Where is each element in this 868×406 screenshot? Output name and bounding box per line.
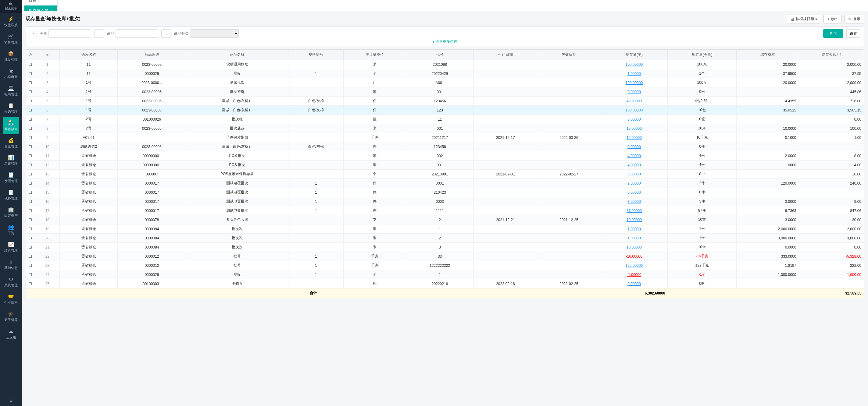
content-area: 现存量查询(按仓库+批次) 🖨 按模板打印 ▾ ↑ 导出 👁 显示 xyxy=(22,11,868,406)
cell-spec: 1 xyxy=(288,197,344,206)
filter-settings-button[interactable]: 设置 xyxy=(846,29,860,38)
cell-name: 鲜肉A xyxy=(186,279,288,289)
cell-seq: 4 xyxy=(35,88,60,97)
product-ellipsis[interactable]: ... xyxy=(161,29,171,38)
cell-prod_date: 2022-02-16 xyxy=(474,279,537,289)
cell-unit: 个 xyxy=(344,69,406,78)
cell-qty_main[interactable]: 0.00000 xyxy=(600,279,668,289)
cell-qty_main[interactable]: 49.60000 xyxy=(600,97,668,106)
cell-batch: 2 xyxy=(406,234,473,243)
sidebar-item-inventory-mgmt[interactable]: 🏪库存核查 xyxy=(3,117,19,134)
col-qty_main: 现存量(主) xyxy=(600,49,668,60)
sidebar-item-ops[interactable]: 📈经营管理 xyxy=(3,238,19,256)
sidebar-item-purchase[interactable]: 📋采购管理 xyxy=(3,100,19,117)
cell-batch: 20210901 xyxy=(406,170,473,179)
quick-nav-icon: ⚡ xyxy=(8,16,14,22)
category-select[interactable] xyxy=(190,29,239,38)
tab-home[interactable]: 首页 xyxy=(24,0,58,5)
cell-qty_main[interactable]: 0.00000 xyxy=(600,170,668,179)
sidebar-item-hr[interactable]: 👥工资 xyxy=(3,221,19,238)
cell-qty_main[interactable]: 122.00000 xyxy=(600,261,668,270)
cell-qty_main[interactable]: 100.00000 xyxy=(600,60,668,69)
cell-qty_main[interactable]: 10.00000 xyxy=(600,133,668,142)
sidebar-item-basic-info[interactable]: ℹ基础信息 xyxy=(3,256,19,273)
cell-qty_store: 10米 xyxy=(668,124,737,133)
show-button[interactable]: 👁 显示 xyxy=(844,14,864,24)
cell-unit: 米 xyxy=(344,151,406,161)
expand-conditions-btn[interactable]: ▾ 展开更多条件 xyxy=(433,39,457,44)
cell-qty_main[interactable]: 4.00000 xyxy=(600,161,668,170)
export-button[interactable]: ↑ 导出 xyxy=(824,14,842,24)
sidebar-item-mini-ecom[interactable]: 🛍小幸电商 xyxy=(3,65,19,82)
cell-spec xyxy=(288,88,344,97)
cell-qty_main[interactable]: -16.00000 xyxy=(600,252,668,261)
cell-seq: 16 xyxy=(35,197,60,206)
table-row: ☐61号0023-00008富诚（白色/灰棉）白色/灰棉件123100.0000… xyxy=(26,106,864,115)
sidebar-item-label: 快捷导航 xyxy=(4,23,18,27)
sidebar-item-fixed-asset[interactable]: 🏢固定资产 xyxy=(3,204,19,221)
sidebar-settings[interactable]: ⚙ xyxy=(0,396,22,406)
cell-qty_main[interactable]: 0.00000 xyxy=(600,142,668,151)
table-row: ☐16晋省粮仓0000017测试电覆批次1件00033.000003件3.000… xyxy=(26,197,864,206)
sidebar-item-label: 零售管理 xyxy=(4,40,18,45)
warehouse-ellipsis[interactable]: ... xyxy=(94,29,104,38)
sidebar-item-sys-mgmt[interactable]: ⚙系统管理 xyxy=(3,273,19,291)
cell-total_cost: 37.95 xyxy=(799,69,864,78)
sidebar-item-wholesale[interactable]: 📦批发管理 xyxy=(3,48,19,65)
cell-qty_main[interactable]: 0.00000 xyxy=(600,115,668,124)
cell-total_cost: 3,000.00 xyxy=(799,234,864,243)
cell-seq: 10 xyxy=(35,142,60,151)
cell-qty_main[interactable]: 4.00000 xyxy=(600,151,668,161)
sidebar-item-label: 新手引导 xyxy=(4,318,18,322)
table-row: ☐1110023-00009软膜通用物盒米2021098100.00000100… xyxy=(26,60,864,69)
table-row: ☐17晋省粮仓0000017测试电覆批次1件111187.0000087件9.7… xyxy=(26,206,864,215)
query-button[interactable]: 查询 xyxy=(823,29,843,38)
cell-qty_main[interactable]: 100.00000 xyxy=(600,106,668,115)
cell-qty_main[interactable]: 100.00000 xyxy=(600,78,668,88)
sidebar-item-general-mgmt[interactable]: 📊总账管理 xyxy=(3,152,19,169)
cell-unit_cost xyxy=(736,115,799,124)
filter-collapse-btn[interactable]: › xyxy=(30,30,37,37)
warehouse-input[interactable] xyxy=(49,29,91,38)
cell-qty_main[interactable]: 87.00000 xyxy=(600,206,668,215)
cell-total_cost: 2,000.00 xyxy=(799,78,864,88)
cell-unit_cost: 0.0000 xyxy=(736,243,799,252)
col-checkbox: ☉ xyxy=(26,49,35,60)
sidebar-search[interactable]: 🔍 搜索菜单 xyxy=(0,0,22,13)
cell-qty_main[interactable]: 2.00000 xyxy=(600,179,668,188)
sidebar-item-invoice[interactable]: 🧾发票管理 xyxy=(3,169,19,187)
cell-qty_main[interactable]: 1.00000 xyxy=(600,234,668,243)
cell-name: 批次次 xyxy=(186,225,288,234)
cell-prod_date: 2021-09-01 xyxy=(474,170,537,179)
sidebar-item-new-guide[interactable]: 🎓新手引导 xyxy=(3,308,19,325)
cell-qty_store: 4米 xyxy=(668,161,737,170)
cell-qty_main[interactable]: 1.00000 xyxy=(600,69,668,78)
cell-exp_date xyxy=(537,161,600,170)
product-input[interactable] xyxy=(116,29,158,38)
cell-qty_main[interactable]: 0.00000 xyxy=(600,88,668,97)
sidebar-item-cloud-app[interactable]: ☁云应用 xyxy=(3,325,19,343)
cell-qty_main[interactable]: 1.00000 xyxy=(600,225,668,234)
cell-qty_main[interactable]: 10.00000 xyxy=(600,243,668,252)
sidebar-item-quick-nav[interactable]: ⚡快捷导航 xyxy=(3,13,19,30)
cell-unit_cost xyxy=(736,170,799,179)
cell-unit_cost: 1.0000 xyxy=(736,161,799,170)
sidebar-item-retail[interactable]: 🛒零售管理 xyxy=(3,30,19,48)
sidebar-item-tax[interactable]: 📑税务管理 xyxy=(3,187,19,204)
sidebar-item-corp[interactable]: 🤝企业协同 xyxy=(3,291,19,308)
cell-total_cost: 0.00 xyxy=(799,115,864,124)
cell-exp_date xyxy=(537,142,600,151)
print-icon: 🖨 xyxy=(791,17,795,21)
sidebar-item-ecom[interactable]: 💻电商管理 xyxy=(3,82,19,100)
cell-code: 0000029 xyxy=(118,270,186,279)
cell-unit: 米 xyxy=(344,161,406,170)
cell-qty_main[interactable]: 10.00000 xyxy=(600,124,668,133)
cell-qty_main[interactable]: 10.00000 xyxy=(600,215,668,225)
cell-qty_main[interactable]: -1.00000 xyxy=(600,270,668,279)
cell-spec xyxy=(288,234,344,243)
sidebar-item-asset-mgmt[interactable]: 💰资金管理 xyxy=(3,134,19,152)
cell-qty_main[interactable]: 3.00000 xyxy=(600,197,668,206)
cell-exp_date xyxy=(537,270,600,279)
print-button[interactable]: 🖨 按模板打印 ▾ xyxy=(787,14,821,24)
cell-qty_main[interactable]: 0.00000 xyxy=(600,188,668,197)
